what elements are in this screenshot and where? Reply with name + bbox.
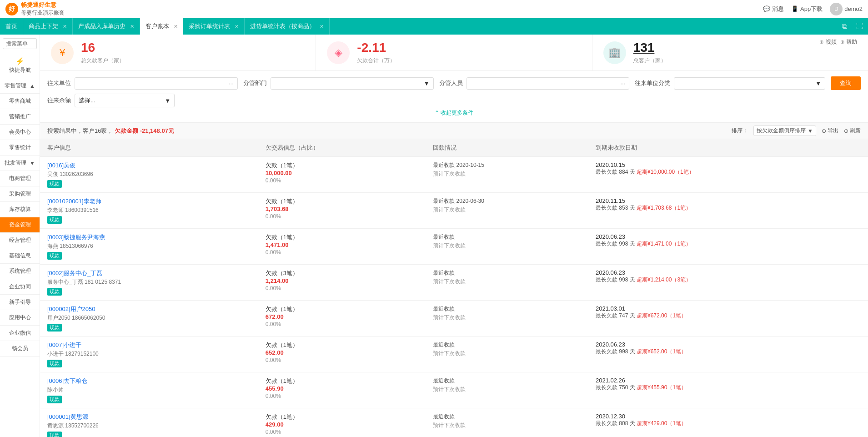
owing-amount-3[interactable]: 1,214.00 [266,277,418,284]
tab-stock-stats[interactable]: 进货单统计表（按商品） ✕ [245,18,330,35]
overdue-amount-3[interactable]: 超期¥1,214.00（3笔） [637,276,691,283]
collapse-btn[interactable]: ⌃ 收起更多条件 [47,107,861,119]
filter-select-partner-category[interactable]: ▼ [674,77,825,90]
tab-production-close[interactable]: ✕ [130,24,134,30]
help-btn[interactable]: ⊙ 帮助 [840,38,857,46]
sidebar-item-member-center[interactable]: 会员中心 [0,125,40,140]
tab-production[interactable]: 产成品入库单历史 ✕ [73,18,140,35]
sidebar-item-newbie[interactable]: 新手引导 [0,295,40,310]
tab-home[interactable]: 首页 [0,18,23,35]
sidebar-item-wholesale-mgmt[interactable]: 批发管理 ▼ [0,156,40,171]
customer-name-link-2[interactable]: [0003]畅捷服务尹海燕 [47,234,105,241]
sidebar-item-label-app-center: 应用中心 [3,314,37,321]
sidebar-item-basic-info[interactable]: 基础信息 [0,248,40,264]
sidebar-item-purchase-mgmt[interactable]: 采购管理 [0,186,40,202]
export-btn[interactable]: ⊙ 导出 [822,127,838,135]
tab-customer-account-close[interactable]: ✕ [174,24,178,30]
search-input[interactable] [3,38,37,49]
filter-group-partner: 往来单位 ··· [47,77,238,90]
overdue-amount-7[interactable]: 超期¥429.00（1笔） [637,420,687,427]
sidebar-item-app-center[interactable]: 应用中心 [0,310,40,326]
overdue-amount-2[interactable]: 超期¥1,471.00（1笔） [637,241,691,247]
table-row: [000002]用户2050 用户2050 18665062050 现款 欠款（… [40,301,868,337]
sidebar-item-label-marketing: 营销推广 [3,113,37,121]
table-row: [0002]服务中心_丁磊 服务中心_丁磊 181 0125 8371 现款 欠… [40,265,868,301]
sidebar-item-retail-stats[interactable]: 零售统计 [0,140,40,156]
sidebar-item-vip-member[interactable]: 畅会员 [0,341,40,357]
filter-label-division: 分管部门 [243,79,267,87]
sidebar-item-label-enterprise: 企业协同 [3,283,37,291]
due-date-5: 2020.06.23 [596,341,861,348]
recent-date-0: 最近收款 2020-10-15 [433,161,581,169]
sidebar-item-marketing[interactable]: 营销推广 [0,109,40,125]
app-download-btn[interactable]: 📱 App下载 [791,5,823,13]
tab-purchase-order[interactable]: 采购订单统计表 ✕ [183,18,245,35]
filter-input-partner-unit[interactable]: ··· [75,77,238,90]
window-restore-btn[interactable]: ⧉ [838,22,852,30]
sidebar-item-retail-mgmt[interactable]: 零售管理 ▲ [0,78,40,94]
tab-products-close[interactable]: ✕ [63,24,67,30]
filter-select-division[interactable]: ▼ [271,77,434,90]
message-btn[interactable]: 💬 消息 [763,5,784,13]
customer-name-link-4[interactable]: [000002]用户2050 [47,306,95,312]
filter-label-manager: 分管人员 [439,79,463,87]
overdue-amount-1[interactable]: 超期¥1,703.68（1笔） [637,205,691,211]
collapse-icon: ⌃ [435,110,441,116]
owing-amount-6[interactable]: 455.90 [266,385,418,392]
tab-stock-stats-close[interactable]: ✕ [320,24,324,30]
sidebar-item-finance-mgmt[interactable]: 资金管理 [0,217,40,233]
overdue-amount-6[interactable]: 超期¥455.90（1笔） [637,384,687,391]
sidebar-item-ecommerce[interactable]: 电商管理 [0,171,40,186]
query-button[interactable]: 查询 [831,76,861,90]
customer-name-link-5[interactable]: [0007]小进干 [47,342,81,348]
sidebar-item-retail-mall[interactable]: 零售商城 [0,94,40,109]
sidebar-item-quick-nav[interactable]: ⚡ 快捷导航 [0,53,40,78]
th-owing-info: 欠交易信息（占比） [258,139,426,157]
td-customer-info-4: [000002]用户2050 用户2050 18665062050 现款 [40,301,258,337]
sidebar-item-label-retail-mall: 零售商城 [3,97,37,105]
customer-name-link-7[interactable]: [000001]黄思源 [47,413,88,420]
owing-amount-2[interactable]: 1,471.00 [266,241,418,248]
owing-amount-5[interactable]: 652.00 [266,349,418,356]
due-date-3: 2020.06.23 [596,269,861,276]
overdue-amount-5[interactable]: 超期¥652.00（1笔） [637,348,687,355]
sidebar-item-wechat-biz[interactable]: 企业微信 [0,326,40,341]
result-bar: 搜索结果中，客户16家， 欠款金额 -21,148.07元 排序： 按欠款金额倒… [40,123,868,139]
owing-amount-7[interactable]: 429.00 [266,421,418,428]
customer-name-link-3[interactable]: [0002]服务中心_丁磊 [47,270,102,276]
user-avatar-btn[interactable]: D demo2 [830,3,863,15]
overdue-amount-4[interactable]: 超期¥672.00（1笔） [637,312,687,319]
customer-name-link-6[interactable]: [0006]去下粮仓 [47,377,87,384]
sidebar-item-inventory[interactable]: 库存核算 [0,202,40,217]
overdue-days-3: 最长欠款 998 天 超期¥1,214.00（3笔） [596,276,861,284]
sidebar-item-label-operations: 经营管理 [3,236,37,244]
sort-select[interactable]: 按欠款金额倒序排序 ▼ [753,126,816,136]
chevron-down-sort: ▼ [808,128,813,134]
filter-select-balance[interactable]: 选择... ▼ [75,94,175,107]
customer-phone-7: 黄思源 13552700226 [47,422,251,430]
td-return-status-2: 最近收款 预计下次收款 [426,229,588,265]
overdue-amount-0[interactable]: 超期¥10,000.00（1笔） [637,169,694,175]
customer-name-link-0[interactable]: [0016]吴俊 [47,162,75,169]
sidebar-item-operations[interactable]: 经营管理 [0,233,40,248]
customer-phone-3: 服务中心_丁磊 181 0125 8371 [47,278,251,286]
export-label: 导出 [828,127,838,135]
owing-amount-0[interactable]: 10,000.00 [266,170,418,176]
system-name: 母婴行业演示账套 [21,9,65,17]
owing-amount-1[interactable]: 1,703.68 [266,206,418,212]
tab-purchase-order-close[interactable]: ✕ [235,24,239,30]
tab-customer-account[interactable]: 客户账本 ✕ [140,18,183,35]
window-expand-btn[interactable]: ⛶ [852,22,868,30]
recent-date-1: 最近收款 2020-06-30 [433,197,581,205]
owing-amount-4[interactable]: 672.00 [266,313,418,320]
sidebar-item-enterprise[interactable]: 企业协同 [0,279,40,295]
filter-input-manager[interactable]: ··· [467,77,630,90]
sidebar-item-system-mgmt[interactable]: 系统管理 [0,264,40,279]
customer-name-link-1[interactable]: [0001020001]李老师 [47,198,101,205]
overdue-days-text-0: 最长欠款 884 天 [596,169,637,175]
stat-label-total-customers: 总客户（家） [633,57,813,65]
view-video-btn[interactable]: ⊙ 视频 [819,38,836,46]
refresh-btn[interactable]: ⊙ 刷新 [844,127,861,135]
tab-products[interactable]: 商品上下架 ✕ [23,18,73,35]
stat-info-total-customers: 131 总客户（家） [633,40,813,65]
